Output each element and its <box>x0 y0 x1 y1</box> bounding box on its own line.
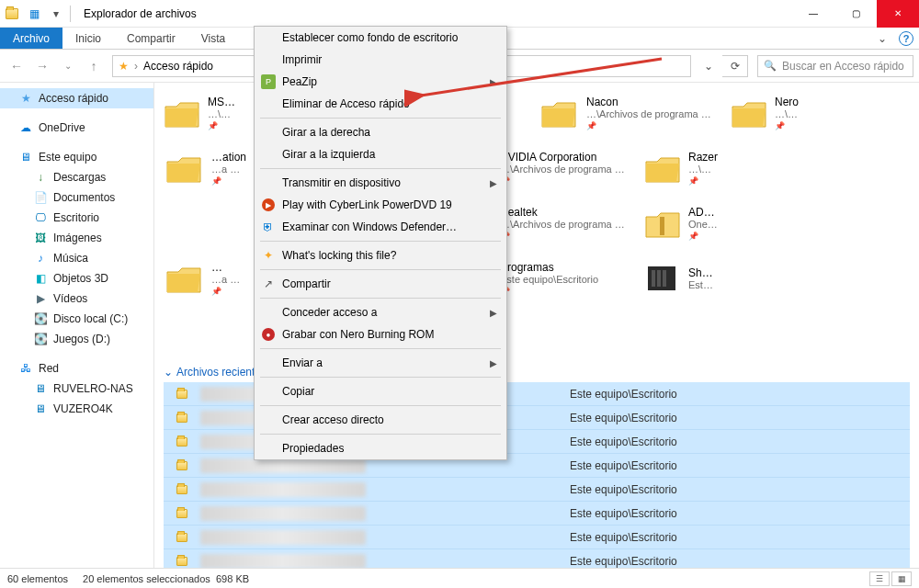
app-icon <box>4 6 20 22</box>
menu-item-label: Examinar con Windows Defender… <box>282 220 457 233</box>
maximize-button[interactable]: ▢ <box>834 0 877 28</box>
context-menu-item[interactable]: ✦What's locking this file? <box>255 244 506 266</box>
folder-path: …\Arc… <box>208 108 237 119</box>
sidebar-item[interactable]: 🖵Escritorio <box>0 208 153 228</box>
folder-item[interactable]: Nero …\Arc… 📌 <box>731 88 804 138</box>
context-menu-item[interactable]: Establecer como fondo de escritorio <box>255 27 506 49</box>
details-view-button[interactable]: ☰ <box>869 571 890 586</box>
sidebar-item[interactable]: 🖥Este equipo <box>0 147 153 167</box>
context-menu-item[interactable]: Propiedades <box>255 437 506 459</box>
tab-inicio[interactable]: Inicio <box>62 28 114 49</box>
context-menu-item[interactable]: Girar a la derecha <box>255 121 506 143</box>
sidebar-item[interactable]: ▶Vídeos <box>0 288 153 309</box>
folder-item[interactable]: ShareX Este e… <box>644 254 718 303</box>
sidebar-item[interactable]: 📄Documentos <box>0 187 153 208</box>
forward-button[interactable]: → <box>31 55 53 77</box>
sidebar-item-label: Red <box>39 362 59 375</box>
folder-path: …a … <box>211 274 240 285</box>
sidebar-item[interactable]: 🖥VUZERO4K <box>0 399 153 419</box>
ribbon-expand-icon[interactable]: ⌄ <box>871 28 893 49</box>
sidebar-item-label: Juegos (D:) <box>53 333 110 345</box>
context-menu-item[interactable]: Conceder acceso a▶ <box>255 301 506 323</box>
context-menu-item[interactable]: Eliminar de Acceso rápido <box>255 93 506 115</box>
sidebar-item[interactable]: 💽Juegos (D:) <box>0 329 153 349</box>
icons-view-button[interactable]: ▦ <box>891 571 912 586</box>
sidebar-item[interactable]: ♪Música <box>0 248 153 268</box>
recent-file-row[interactable]: Este equipo\Escritorio <box>164 549 910 568</box>
context-menu-item[interactable]: Transmitir en dispositivo▶ <box>255 172 506 194</box>
sidebar-item[interactable]: ◧Objetos 3D <box>0 268 153 288</box>
menu-item-icon: ⛨ <box>260 219 277 235</box>
folder-path: …\Archivos de programa … <box>586 108 711 119</box>
minimize-button[interactable]: — <box>792 0 834 28</box>
context-menu-item[interactable]: ▶Play with CyberLink PowerDVD 19 <box>255 194 506 216</box>
menu-item-label: Girar a la izquierda <box>282 148 375 161</box>
menu-item-label: Crear acceso directo <box>282 413 384 426</box>
folder-icon <box>644 148 681 188</box>
pin-icon: 📌 <box>500 232 625 241</box>
folder-item[interactable]: Nacon …\Archivos de programa … 📌 <box>539 88 718 138</box>
context-menu-item[interactable]: Enviar a▶ <box>255 352 506 374</box>
sidebar-item-icon: 🖼 <box>33 231 48 245</box>
sidebar-item[interactable]: 💽Disco local (C:) <box>0 309 153 329</box>
tab-vista[interactable]: Vista <box>188 28 238 49</box>
sidebar-item-label: Vídeos <box>53 292 87 305</box>
folder-path: OneD… <box>688 219 718 230</box>
context-menu-item[interactable]: Crear acceso directo <box>255 409 506 431</box>
folder-item[interactable]: Razer …\Arc… 📌 <box>644 143 718 193</box>
sidebar-item-icon: 📄 <box>33 190 48 205</box>
svg-rect-5 <box>663 270 666 287</box>
sidebar-item[interactable]: 🖥RUVELRO-NAS <box>0 379 153 399</box>
folder-item[interactable]: MSBui… …\Arc… 📌 <box>164 88 237 138</box>
sidebar-item-icon: 🖥 <box>18 150 33 164</box>
pin-icon: 📌 <box>688 232 718 241</box>
context-menu-item[interactable]: Girar a la izquierda <box>255 143 506 165</box>
context-menu-item[interactable]: ⛨Examinar con Windows Defender… <box>255 216 506 238</box>
sidebar-item[interactable]: 🖼Imágenes <box>0 228 153 248</box>
recent-file-row[interactable]: Este equipo\Escritorio <box>164 526 910 549</box>
back-button[interactable]: ← <box>6 55 28 77</box>
refresh-button[interactable]: ⟳ <box>722 55 748 77</box>
menu-item-label: Grabar con Nero Burning ROM <box>282 328 434 341</box>
sidebar-item-icon: 🖵 <box>33 210 48 225</box>
file-tab[interactable]: Archivo <box>0 28 62 49</box>
recent-dropdown[interactable]: ⌄ <box>57 55 79 77</box>
folder-name: … <box>211 261 240 274</box>
search-box[interactable]: 🔍 Buscar en Acceso rápido <box>757 55 913 77</box>
pin-icon: 📌 <box>586 121 711 130</box>
context-menu-item[interactable]: ↗Compartir <box>255 273 506 295</box>
sidebar-item[interactable]: 🖧Red <box>0 358 153 379</box>
status-count: 60 elementos <box>7 573 68 584</box>
folder-icon <box>644 258 681 299</box>
recent-file-row[interactable]: Este equipo\Escritorio <box>164 478 910 502</box>
sidebar-item-icon: ◧ <box>33 271 48 286</box>
sidebar-item[interactable]: ★Acceso rápido <box>0 88 153 108</box>
context-menu-item[interactable]: ●Grabar con Nero Burning ROM <box>255 323 506 345</box>
sidebar-item[interactable]: ☁OneDrive <box>0 118 153 138</box>
window-title: Explorador de archivos <box>84 7 197 20</box>
folder-item[interactable]: ADSLZ… OneD… 📌 <box>644 198 718 248</box>
qat-btn-1[interactable]: ▦ <box>26 6 42 22</box>
up-button[interactable]: ↑ <box>83 55 105 77</box>
sidebar-item-label: OneDrive <box>39 121 85 134</box>
svg-rect-0 <box>660 217 664 235</box>
qat-btn-2[interactable]: ▾ <box>48 6 64 22</box>
recent-file-row[interactable]: Este equipo\Escritorio <box>164 502 910 526</box>
file-icon <box>164 437 200 447</box>
address-dropdown[interactable]: ⌄ <box>698 60 719 73</box>
folder-name: NVIDIA Corporation <box>500 151 625 164</box>
context-menu-item[interactable]: PPeaZip▶ <box>255 71 506 93</box>
menu-item-label: Play with CyberLink PowerDVD 19 <box>282 198 452 211</box>
sidebar-item-icon: ★ <box>18 91 33 106</box>
context-menu-item[interactable]: Copiar <box>255 380 506 402</box>
submenu-arrow-icon: ▶ <box>490 178 497 188</box>
context-menu-item[interactable]: Imprimir <box>255 49 506 71</box>
close-button[interactable]: ✕ <box>877 0 919 28</box>
svg-rect-3 <box>652 270 655 287</box>
sidebar-item[interactable]: ↓Descargas <box>0 167 153 187</box>
tab-compartir[interactable]: Compartir <box>114 28 188 49</box>
pin-icon: 📌 <box>688 176 718 186</box>
file-name-blurred <box>200 554 366 569</box>
menu-item-label: Girar a la derecha <box>282 126 370 139</box>
help-icon[interactable]: ? <box>899 31 913 46</box>
